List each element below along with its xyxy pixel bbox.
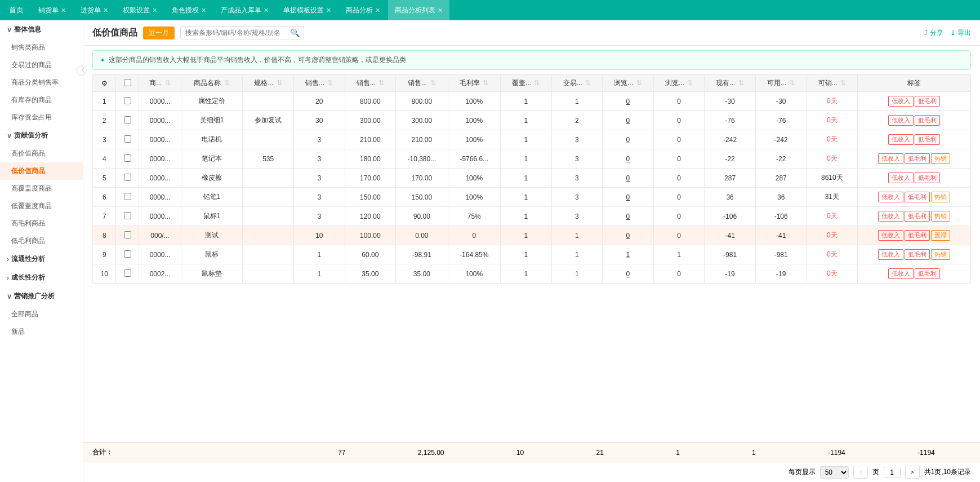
- nav-finished[interactable]: 产成品入库单 ✕: [214, 0, 275, 20]
- col-sales-qty[interactable]: 销售... ⇅: [293, 75, 345, 92]
- sidebar-item-category-rate[interactable]: 商品分类销售率: [0, 74, 83, 91]
- col-views2[interactable]: 浏览... ⇅: [653, 75, 705, 92]
- col-views1[interactable]: 浏览... ⇅: [603, 75, 654, 92]
- export-btn[interactable]: ⤓ 导出: [950, 28, 971, 38]
- nav-template[interactable]: 单据模板设置 ✕: [277, 0, 338, 20]
- filter-recent-month-btn[interactable]: 近一月: [143, 26, 175, 39]
- per-page-select[interactable]: 50 100: [820, 466, 849, 479]
- col-code[interactable]: 商... ⇅: [139, 75, 181, 92]
- row-views1[interactable]: 0: [603, 207, 654, 226]
- sidebar-item-stock-capital[interactable]: 库存资金占用: [0, 109, 83, 126]
- row-name: 鼠标: [181, 245, 243, 264]
- row-checkbox[interactable]: [124, 250, 131, 258]
- row-checkbox[interactable]: [124, 154, 131, 162]
- nav-close-finished[interactable]: ✕: [264, 7, 269, 14]
- sidebar-item-low-coverage[interactable]: 低覆盖度商品: [0, 197, 83, 215]
- col-available[interactable]: 可用... ⇅: [755, 75, 807, 92]
- sidebar-item-all-goods[interactable]: 全部商品: [0, 306, 83, 323]
- row-gross-rate: 100%: [448, 188, 500, 207]
- nav-goods-analysis[interactable]: 商品分析 ✕: [339, 0, 387, 20]
- nav-permission[interactable]: 权限设置 ✕: [116, 0, 164, 20]
- row-name: 鼠标垫: [181, 264, 243, 284]
- select-all-checkbox[interactable]: [124, 79, 131, 86]
- col-name[interactable]: 商品名称 ⇅: [181, 75, 243, 92]
- row-views2: 0: [653, 169, 705, 188]
- sidebar-item-sales-goods[interactable]: 销售类商品: [0, 39, 83, 56]
- sidebar-item-stock-goods[interactable]: 有库存的商品: [0, 91, 83, 109]
- sidebar-collapse-btn[interactable]: 《: [77, 65, 87, 76]
- nav-close-role[interactable]: ✕: [201, 7, 206, 14]
- sidebar-group-marketing[interactable]: ∨ 营销推广分析: [0, 287, 83, 306]
- row-checkbox[interactable]: [124, 135, 131, 143]
- search-icon[interactable]: 🔍: [290, 28, 300, 37]
- col-spec[interactable]: 规格... ⇅: [243, 75, 294, 92]
- search-input[interactable]: [180, 26, 304, 39]
- nav-sales[interactable]: 销货单 ✕: [32, 0, 73, 20]
- sidebar-group-growth[interactable]: › 成长性分析: [0, 268, 83, 287]
- row-checkbox[interactable]: [124, 269, 131, 277]
- sidebar-group-contribution[interactable]: ∨ 贡献值分析: [0, 126, 83, 145]
- row-coverage: 1: [500, 169, 551, 188]
- row-views1[interactable]: 0: [603, 226, 654, 245]
- row-tags: 低收入低毛利: [858, 111, 971, 130]
- sidebar-item-traded-goods[interactable]: 交易过的商品: [0, 56, 83, 74]
- share-btn[interactable]: ⤴ 分享: [924, 28, 943, 38]
- row-views1[interactable]: 0: [603, 264, 654, 284]
- next-page-btn[interactable]: ＞: [905, 466, 920, 479]
- row-trades: 1: [551, 92, 603, 111]
- row-spec: [243, 245, 294, 264]
- sidebar-item-high-coverage[interactable]: 高覆盖度商品: [0, 180, 83, 197]
- row-views1[interactable]: 0: [603, 169, 654, 188]
- row-views1[interactable]: 0: [603, 92, 654, 111]
- sidebar-item-high-margin[interactable]: 高毛利商品: [0, 215, 83, 232]
- col-saleable[interactable]: 可销... ⇅: [807, 75, 858, 92]
- row-views1[interactable]: 0: [603, 130, 654, 149]
- col-checkbox-header[interactable]: [116, 75, 139, 92]
- row-checkbox[interactable]: [124, 193, 131, 200]
- row-index: 1: [93, 92, 116, 111]
- row-checkbox[interactable]: [124, 212, 131, 219]
- sidebar-group-overview[interactable]: ∨ 整体信息: [0, 20, 83, 39]
- nav-close-goods-analysis[interactable]: ✕: [375, 7, 380, 14]
- col-gross-rate[interactable]: 毛利率 ⇅: [448, 75, 500, 92]
- row-sales-val: 300.00: [396, 111, 448, 130]
- nav-close-purchase[interactable]: ✕: [103, 7, 108, 14]
- sidebar-item-low-margin[interactable]: 低毛利商品: [0, 232, 83, 250]
- sidebar-item-low-value[interactable]: 低价值商品: [0, 162, 83, 180]
- row-views1[interactable]: 0: [603, 188, 654, 207]
- row-saleable: 0天: [807, 226, 858, 245]
- row-checkbox[interactable]: [124, 116, 131, 123]
- row-checkbox[interactable]: [124, 231, 131, 238]
- nav-role[interactable]: 角色授权 ✕: [165, 0, 213, 20]
- nav-close-permission[interactable]: ✕: [152, 7, 157, 14]
- sidebar-item-new-goods[interactable]: 新品: [0, 323, 83, 341]
- nav-close-goods-list[interactable]: ✕: [438, 7, 443, 14]
- col-sales-val[interactable]: 销售... ⇅: [396, 75, 448, 92]
- row-views1[interactable]: 0: [603, 149, 654, 169]
- row-spec: [243, 169, 294, 188]
- nav-purchase[interactable]: 进货单 ✕: [74, 0, 115, 20]
- row-checkbox[interactable]: [124, 174, 131, 181]
- row-sales-qty: 3: [293, 149, 345, 169]
- sidebar-item-high-value[interactable]: 高价值商品: [0, 145, 83, 162]
- row-views1[interactable]: 1: [603, 245, 654, 264]
- page-number-input[interactable]: [884, 467, 901, 478]
- row-coverage: 1: [500, 130, 551, 149]
- sidebar-group-liquidity[interactable]: › 流通性分析: [0, 250, 83, 268]
- row-views1[interactable]: 0: [603, 111, 654, 130]
- col-current-stock[interactable]: 现有... ⇅: [705, 75, 756, 92]
- row-checkbox[interactable]: [124, 97, 131, 104]
- row-available: -19: [755, 264, 807, 284]
- nav-home[interactable]: 首页: [2, 0, 30, 20]
- row-gross-rate: 100%: [448, 111, 500, 130]
- col-trades[interactable]: 交易... ⇅: [551, 75, 603, 92]
- nav-close-template[interactable]: ✕: [326, 7, 331, 14]
- nav-goods-list[interactable]: 商品分析列表 ✕: [388, 0, 449, 20]
- col-sales-amount[interactable]: 销售... ⇅: [345, 75, 396, 92]
- prev-page-btn[interactable]: ＜: [853, 466, 868, 479]
- col-settings[interactable]: ⚙: [93, 75, 116, 92]
- row-sales-qty: 1: [293, 264, 345, 284]
- row-saleable: 0天: [807, 111, 858, 130]
- col-coverage[interactable]: 覆盖... ⇅: [500, 75, 551, 92]
- nav-close-sales[interactable]: ✕: [61, 7, 66, 14]
